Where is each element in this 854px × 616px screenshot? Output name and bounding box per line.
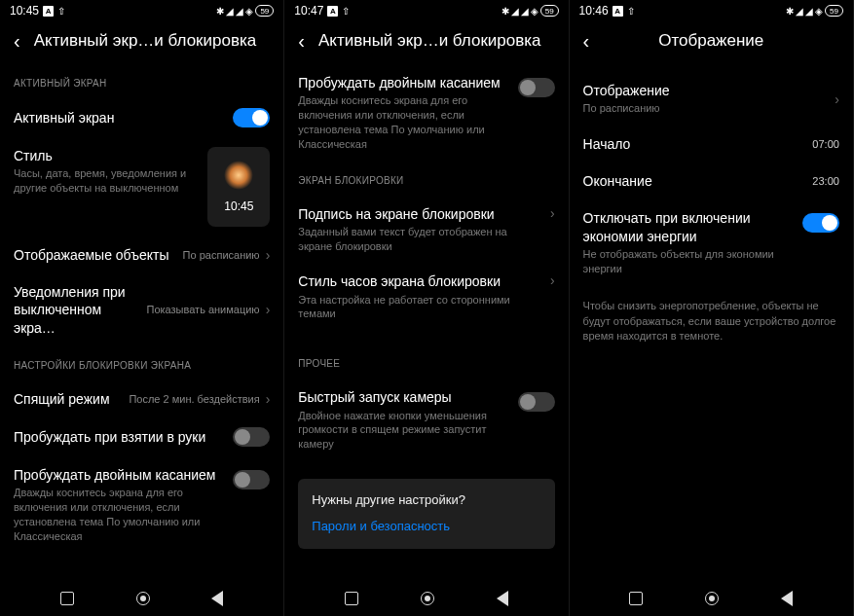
wifi-icon: ◈ [245, 6, 253, 17]
nav-home-button[interactable] [136, 592, 150, 605]
section-lock-screen: ЭКРАН БЛОКИРОВКИ [298, 175, 554, 186]
help-question: Нужны другие настройки? [312, 492, 540, 507]
row-title: Спящий режим [14, 390, 119, 408]
signal-sim2-icon: ◢ [236, 6, 243, 17]
status-time: 10:46 [579, 4, 609, 18]
row-start-time[interactable]: Начало 07:00 [583, 126, 839, 163]
signal-sim2-icon: ◢ [805, 6, 813, 17]
section-other: ПРОЧЕЕ [298, 358, 554, 369]
bluetooth-icon: ✱ [216, 6, 224, 17]
row-displayed-objects[interactable]: Отображаемые объекты По расписанию › [14, 236, 270, 273]
row-title: Стиль [14, 147, 198, 164]
page-title: Активный экр…и блокировка [318, 31, 541, 51]
chevron-right-icon: › [266, 247, 271, 263]
row-value: По расписанию [183, 248, 260, 262]
row-title: Отключать при включении экономии энергии [583, 209, 793, 244]
toggle-quick-camera[interactable] [518, 392, 555, 412]
row-title: Быстрый запуск камеры [298, 388, 507, 406]
row-title: Окончание [583, 172, 803, 190]
row-sub: Дважды коснитесь экрана для его включени… [14, 486, 223, 543]
toggle-wake-dtap[interactable] [233, 470, 270, 489]
page-title: Активный экр…и блокировка [34, 31, 257, 51]
chevron-right-icon: › [835, 91, 839, 107]
nav-back-button[interactable] [497, 591, 508, 606]
toggle-active-screen[interactable] [233, 108, 270, 127]
help-link-passwords[interactable]: Пароли и безопасность [312, 519, 540, 533]
back-button[interactable]: ‹ [298, 31, 305, 51]
status-app-icon: A [327, 6, 338, 17]
row-lock-signature[interactable]: Подпись на экране блокировки Заданный ва… [298, 196, 554, 264]
back-button[interactable]: ‹ [583, 31, 590, 51]
row-title: Уведомления при выключенном экра… [14, 283, 136, 337]
signal-sim1-icon: ◢ [511, 6, 519, 17]
preview-time: 10:45 [224, 199, 253, 213]
phone-screen-3: 10:46 A ⇧ ✱ ◢ ◢ ◈ 59 ‹ Отображение Отобр… [570, 0, 854, 616]
nav-bar [284, 581, 568, 616]
status-bar: 10:46 A ⇧ ✱ ◢ ◢ ◈ 59 [570, 0, 853, 21]
row-title: Пробуждать двойным касанием [14, 466, 223, 484]
signal-sim1-icon: ◢ [226, 6, 234, 17]
bluetooth-icon: ✱ [501, 6, 509, 17]
row-display[interactable]: Отображение По расписанию › [583, 64, 839, 126]
row-wake-double-tap[interactable]: Пробуждать двойным касанием Дважды косни… [14, 456, 270, 554]
info-text: Чтобы снизить энергопотребление, объекты… [583, 299, 839, 344]
help-card: Нужны другие настройки? Пароли и безопас… [298, 479, 554, 549]
nav-home-button[interactable] [421, 592, 434, 605]
row-title: Отображение [583, 82, 826, 99]
row-eco-disable[interactable]: Отключать при включении экономии энергии… [583, 199, 839, 285]
toggle-wake-dtap[interactable] [518, 78, 555, 97]
row-title: Подпись на экране блокировки [298, 205, 540, 223]
row-quick-camera[interactable]: Быстрый запуск камеры Двойное нажатие кн… [298, 379, 554, 461]
nav-recents-button[interactable] [60, 592, 74, 605]
row-end-time[interactable]: Окончание 23:00 [583, 163, 839, 199]
nav-recents-button[interactable] [345, 592, 358, 605]
status-bar: 10:47 A ⇧ ✱ ◢ ◢ ◈ 59 [284, 0, 568, 21]
nav-bar [570, 581, 853, 616]
row-value: 23:00 [812, 174, 839, 188]
row-clock-style[interactable]: Стиль часов экрана блокировки Эта настро… [298, 263, 554, 331]
page-title: Отображение [658, 31, 763, 51]
burst-icon [224, 161, 253, 190]
battery-indicator: 59 [255, 5, 274, 17]
row-title: Стиль часов экрана блокировки [298, 272, 540, 290]
row-value: После 2 мин. бездействия [129, 392, 259, 406]
status-bar: 10:45 A ⇧ ✱ ◢ ◢ ◈ 59 [0, 0, 283, 21]
chevron-right-icon: › [266, 391, 271, 407]
row-wake-double-tap[interactable]: Пробуждать двойным касанием Дважды косни… [298, 64, 554, 162]
status-time: 10:47 [294, 4, 323, 18]
bluetooth-icon: ✱ [786, 6, 794, 17]
toggle-wake-pickup[interactable] [233, 427, 270, 447]
row-sub: Двойное нажатие кнопки уменьшения громко… [298, 409, 507, 453]
style-preview: 10:45 [207, 147, 270, 227]
nav-bar [0, 581, 283, 616]
nav-home-button[interactable] [705, 592, 719, 605]
row-value: По расписанию [583, 101, 826, 116]
battery-indicator: 59 [540, 5, 559, 17]
row-wake-pickup[interactable]: Пробуждать при взятии в руки [14, 417, 270, 456]
row-active-screen[interactable]: Активный экран [14, 98, 270, 137]
nav-back-button[interactable] [211, 591, 223, 606]
chevron-right-icon: › [266, 302, 271, 317]
row-title: Начало [583, 135, 803, 153]
row-notifications-off[interactable]: Уведомления при выключенном экра… Показы… [14, 273, 270, 346]
row-sub: Заданный вами текст будет отображен на э… [298, 225, 540, 254]
status-app-icon: A [43, 6, 54, 17]
section-lock-settings: НАСТРОЙКИ БЛОКИРОВКИ ЭКРАНА [14, 360, 270, 371]
toggle-eco-disable[interactable] [802, 213, 839, 233]
row-sleep-mode[interactable]: Спящий режим После 2 мин. бездействия › [14, 380, 270, 417]
wifi-icon: ◈ [815, 6, 823, 17]
battery-indicator: 59 [825, 5, 843, 17]
signal-sim1-icon: ◢ [796, 6, 803, 17]
status-upload-icon: ⇧ [342, 6, 350, 17]
row-value: Показывать анимацию [146, 303, 259, 316]
section-active-screen: АКТИВНЫЙ ЭКРАН [14, 78, 270, 89]
nav-back-button[interactable] [781, 591, 793, 606]
back-button[interactable]: ‹ [14, 31, 20, 51]
row-value: 07:00 [812, 137, 839, 151]
row-style[interactable]: Стиль Часы, дата, время, уведомления и д… [14, 137, 270, 236]
status-upload-icon: ⇧ [627, 6, 635, 17]
phone-screen-1: 10:45 A ⇧ ✱ ◢ ◢ ◈ 59 ‹ Активный экр…и бл… [0, 0, 284, 616]
nav-recents-button[interactable] [629, 592, 643, 605]
status-app-icon: A [613, 6, 623, 17]
phone-screen-2: 10:47 A ⇧ ✱ ◢ ◢ ◈ 59 ‹ Активный экр…и бл… [284, 0, 569, 616]
